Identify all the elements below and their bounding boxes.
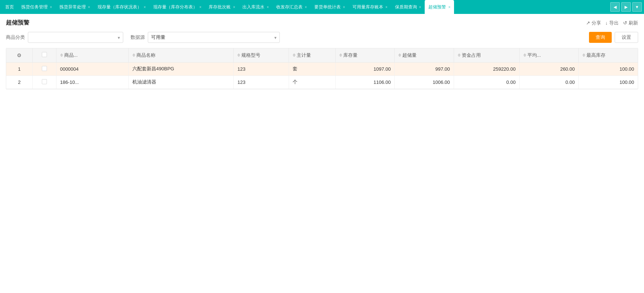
chevron-down-icon	[274, 35, 277, 40]
th-max[interactable]: 最高库存	[579, 48, 638, 62]
nav-order-stat[interactable]: 要货单统计表 ×	[311, 0, 349, 14]
th-over[interactable]: 超储量	[395, 48, 454, 62]
row-avg: 260.00	[519, 62, 578, 75]
datasource-filter-group: 数据源 可用量	[131, 32, 280, 43]
th-stock[interactable]: 库存量	[336, 48, 395, 62]
filter-actions: 查询 设置	[589, 32, 638, 43]
th-avg[interactable]: 平均...	[519, 48, 578, 62]
sort-icon	[60, 53, 63, 57]
close-icon[interactable]: ×	[305, 5, 307, 9]
sort-icon	[339, 53, 342, 57]
select-all-checkbox[interactable]	[42, 52, 47, 57]
close-icon[interactable]: ×	[419, 5, 421, 9]
row-code: 186-10...	[56, 75, 128, 89]
row-name: 机油滤清器	[128, 75, 234, 89]
close-icon[interactable]: ×	[233, 5, 235, 9]
th-capital[interactable]: 资金占用	[454, 48, 519, 62]
chevron-down-icon	[118, 35, 120, 40]
table-header-row: 商品... 商品名称 规格型号	[6, 48, 638, 62]
nav-usable-ledger[interactable]: 可用量库存账本 ×	[349, 0, 391, 14]
row-spec: 123	[234, 75, 289, 89]
th-code[interactable]: 商品...	[56, 48, 128, 62]
gear-icon	[17, 53, 22, 58]
sort-icon	[582, 53, 585, 57]
sort-icon	[523, 53, 526, 57]
query-button[interactable]: 查询	[589, 32, 612, 43]
share-icon: ↗	[586, 20, 590, 26]
row-code: 0000004	[56, 62, 128, 75]
table-row: 2 186-10... 机油滤清器 123 个 1106.00 1006.00 …	[6, 75, 638, 89]
filter-bar: 商品分类 数据源 可用量 查询 设置	[6, 32, 638, 43]
refresh-button[interactable]: ↺ 刷新	[623, 20, 638, 26]
row-checkbox[interactable]	[42, 66, 47, 71]
data-table: 商品... 商品名称 规格型号	[6, 48, 638, 89]
export-button[interactable]: ↓ 导出	[605, 20, 619, 26]
th-unit[interactable]: 主计量	[289, 48, 335, 62]
nav-batch[interactable]: 库存批次账 ×	[205, 0, 239, 14]
close-icon[interactable]: ×	[343, 5, 345, 9]
refresh-icon: ↺	[623, 20, 627, 26]
nav-collect[interactable]: 收发存汇总表 ×	[272, 0, 311, 14]
nav-arrow-more[interactable]: ▼	[632, 2, 642, 12]
close-icon[interactable]: ×	[88, 5, 90, 9]
row-capital: 0.00	[454, 75, 519, 89]
datasource-select[interactable]: 可用量	[148, 32, 280, 43]
row-unit: 套	[289, 62, 335, 75]
nav-abnormal[interactable]: 拣货异常处理 ×	[56, 0, 94, 14]
close-icon[interactable]: ×	[385, 5, 388, 9]
nav-home[interactable]: 首页	[1, 0, 18, 14]
th-gear[interactable]	[6, 48, 33, 62]
share-button[interactable]: ↗ 分享	[586, 20, 601, 26]
nav-arrow-right[interactable]: ▶	[621, 2, 631, 12]
page-title: 超储预警	[6, 19, 29, 27]
th-spec[interactable]: 规格型号	[234, 48, 289, 62]
row-checkbox[interactable]	[42, 79, 47, 84]
row-checkbox-cell	[33, 62, 56, 75]
row-stock: 1106.00	[336, 75, 395, 89]
row-index: 1	[6, 62, 33, 75]
row-over: 997.00	[395, 62, 454, 75]
category-select[interactable]	[28, 32, 123, 43]
nav-arrows: ◀ ▶ ▼	[610, 2, 643, 12]
row-index: 2	[6, 75, 33, 89]
nav-stock-status[interactable]: 现存量（库存状况表） ×	[94, 0, 150, 14]
category-label: 商品分类	[6, 34, 25, 41]
nav-stock-dist[interactable]: 现存量（库存分布表） ×	[150, 0, 205, 14]
setting-button[interactable]: 设置	[615, 32, 638, 43]
sort-icon	[132, 53, 135, 57]
row-max: 100.00	[579, 75, 638, 89]
th-name[interactable]: 商品名称	[128, 48, 234, 62]
nav-overstock[interactable]: 超储预警 ×	[425, 0, 454, 14]
row-stock: 1097.00	[336, 62, 395, 75]
close-icon[interactable]: ×	[448, 5, 450, 9]
table-row: 1 0000004 六配套新昌490BPG 123 套 1097.00 997.…	[6, 62, 638, 75]
th-select-all[interactable]	[33, 48, 56, 62]
close-icon[interactable]: ×	[144, 5, 146, 9]
sort-icon	[458, 53, 461, 57]
category-filter-group: 商品分类	[6, 32, 123, 43]
export-icon: ↓	[605, 20, 608, 26]
row-checkbox-cell	[33, 75, 56, 89]
nav-arrow-left[interactable]: ◀	[610, 2, 620, 12]
page-header: 超储预警 ↗ 分享 ↓ 导出 ↺ 刷新	[6, 19, 638, 27]
row-name: 六配套新昌490BPG	[128, 62, 234, 75]
row-capital: 259220.00	[454, 62, 519, 75]
nav-flow[interactable]: 出入库流水 ×	[239, 0, 272, 14]
row-spec: 123	[234, 62, 289, 75]
sort-icon	[398, 53, 401, 57]
row-over: 1006.00	[395, 75, 454, 89]
sort-icon	[237, 53, 240, 57]
row-unit: 个	[289, 75, 335, 89]
header-actions: ↗ 分享 ↓ 导出 ↺ 刷新	[586, 20, 638, 26]
top-nav: 首页 拣货任务管理 × 拣货异常处理 × 现存量（库存状况表） × 现存量（库存…	[0, 0, 644, 14]
close-icon[interactable]: ×	[267, 5, 269, 9]
sort-icon	[293, 53, 296, 57]
row-avg: 0.00	[519, 75, 578, 89]
close-icon[interactable]: ×	[200, 5, 202, 9]
nav-task-mgmt[interactable]: 拣货任务管理 ×	[18, 0, 56, 14]
row-max: 100.00	[579, 62, 638, 75]
datasource-label: 数据源	[131, 34, 145, 41]
nav-quality[interactable]: 保质期查询 ×	[391, 0, 425, 14]
page-container: 超储预警 ↗ 分享 ↓ 导出 ↺ 刷新 商品分类 数据源	[0, 14, 644, 94]
close-icon[interactable]: ×	[50, 5, 52, 9]
